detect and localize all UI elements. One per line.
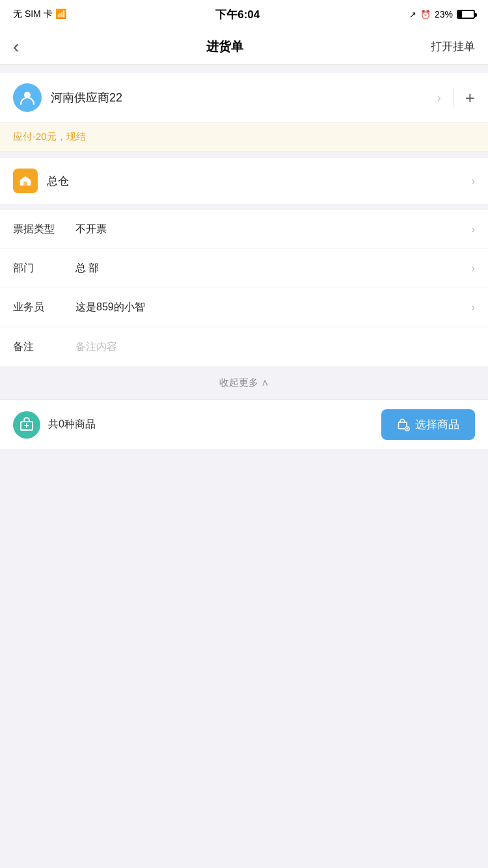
alarm-icon: ⏰	[420, 10, 431, 20]
department-value: 总 部	[65, 262, 471, 275]
warehouse-row[interactable]: 总仓 ›	[0, 158, 488, 204]
add-button[interactable]: +	[465, 89, 475, 106]
department-row[interactable]: 部门 总 部 ›	[0, 249, 488, 288]
salesperson-row[interactable]: 业务员 这是859的小智 ›	[0, 288, 488, 327]
salesperson-label: 业务员	[13, 301, 65, 314]
collapse-row[interactable]: 收起更多 ∧	[0, 366, 488, 400]
product-count-text: 共0种商品	[48, 418, 96, 431]
collapse-label: 收起更多 ∧	[219, 377, 269, 388]
gap-2	[0, 152, 488, 158]
supplier-chevron-icon: ›	[437, 91, 441, 105]
product-count-area: 共0种商品	[13, 411, 96, 439]
vertical-divider	[453, 88, 454, 107]
page-background	[0, 449, 488, 644]
battery-text: 23%	[435, 9, 453, 20]
back-button[interactable]: ‹	[13, 36, 19, 57]
gap-1	[0, 65, 488, 73]
salesperson-chevron-icon: ›	[471, 301, 475, 314]
warehouse-section: 总仓 ›	[0, 158, 488, 204]
warehouse-chevron-icon: ›	[471, 174, 475, 188]
warehouse-name: 总仓	[47, 174, 471, 189]
select-product-label: 选择商品	[415, 417, 459, 432]
invoice-type-row[interactable]: 票据类型 不开票 ›	[0, 210, 488, 249]
status-left: 无 SIM 卡 📶	[13, 8, 66, 20]
remark-label: 备注	[13, 340, 65, 354]
warehouse-icon	[13, 169, 38, 193]
department-chevron-icon: ›	[471, 262, 475, 275]
nav-bar: ‹ 进货单 打开挂单	[0, 29, 488, 65]
salesperson-value: 这是859的小智	[65, 301, 471, 314]
invoice-type-label: 票据类型	[13, 223, 65, 236]
supplier-section: 河南供应商22 › + 应付-20元，现结	[0, 73, 488, 152]
svg-rect-2	[23, 182, 27, 185]
status-right: ↗ ⏰ 23%	[409, 9, 475, 20]
status-bar: 无 SIM 卡 📶 下午6:04 ↗ ⏰ 23%	[0, 0, 488, 29]
invoice-type-value: 不开票	[65, 223, 471, 236]
battery-icon	[457, 10, 475, 19]
department-label: 部门	[13, 262, 65, 275]
bottom-bar: 共0种商品 选择商品	[0, 400, 488, 449]
remark-row[interactable]: 备注 备注内容	[0, 327, 488, 366]
page-title: 进货单	[206, 38, 243, 55]
open-pending-button[interactable]: 打开挂单	[431, 39, 475, 54]
notice-text: 应付-20元，现结	[13, 131, 86, 142]
remark-value: 备注内容	[65, 340, 475, 354]
location-icon: ↗	[409, 10, 416, 20]
invoice-type-chevron-icon: ›	[471, 223, 475, 236]
supplier-name: 河南供应商22	[51, 90, 437, 105]
form-section: 票据类型 不开票 › 部门 总 部 › 业务员 这是859的小智 › 备注 备注…	[0, 210, 488, 366]
gap-3	[0, 204, 488, 210]
supplier-row[interactable]: 河南供应商22 › +	[0, 73, 488, 123]
product-icon-circle	[13, 411, 40, 439]
supplier-avatar	[13, 83, 42, 112]
notice-banner: 应付-20元，现结	[0, 123, 488, 152]
select-product-button[interactable]: 选择商品	[381, 409, 475, 440]
status-time: 下午6:04	[215, 7, 260, 22]
